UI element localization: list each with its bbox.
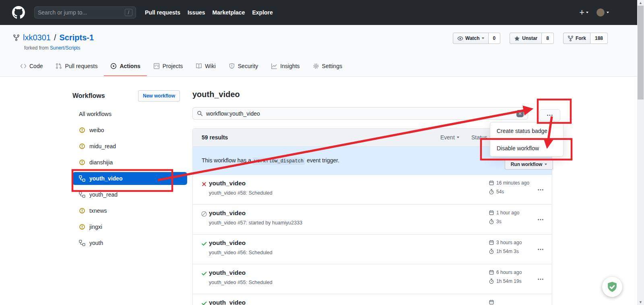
play-icon [110, 63, 117, 69]
calendar-icon [489, 240, 494, 245]
status-filter[interactable]: Status [471, 134, 492, 141]
chevron-down-icon [607, 12, 609, 13]
sidebar-item-midu-read[interactable]: midu_read [72, 138, 187, 154]
navbar-links: Pull requests Issues Marketplace Explore [145, 0, 273, 25]
project-icon [153, 63, 160, 69]
sidebar-item-youth-video[interactable]: youth_video [72, 172, 187, 185]
global-search-input[interactable] [38, 9, 125, 16]
scroll-down-arrow-icon[interactable]: ▼ [637, 299, 644, 305]
clear-search-button[interactable] [516, 110, 524, 117]
new-workflow-button[interactable]: New workflow [138, 90, 180, 102]
scrollbar[interactable]: ▲ ▼ [637, 0, 644, 305]
sidebar-item-youth-read[interactable]: youth_read [72, 187, 187, 203]
workflows-title: Workflows [72, 92, 105, 100]
sidebar-item-dianshijia[interactable]: dianshijia [72, 154, 187, 170]
run-row: youth_video youth_video #56: Scheduled 3… [193, 234, 552, 264]
github-logo-icon[interactable] [12, 6, 25, 19]
repo-forked-icon [13, 34, 20, 41]
shield-icon [229, 63, 235, 69]
tab-actions[interactable]: Actions [104, 57, 147, 76]
shield-check-icon [607, 281, 618, 293]
tab-insights[interactable]: Insights [264, 57, 306, 76]
run-title-link[interactable]: youth_video [209, 239, 246, 247]
eye-icon [457, 35, 463, 41]
run-title-link[interactable]: youth_video [209, 180, 246, 187]
run-options-button[interactable] [537, 276, 544, 284]
run-title-link[interactable]: youth_video [209, 210, 246, 217]
run-row: youth_video youth_video #58: Scheduled 1… [193, 174, 552, 204]
star-count[interactable]: 8 [542, 33, 554, 44]
nav-pull-requests[interactable]: Pull requests [145, 9, 180, 16]
run-title-link[interactable]: youth_video [209, 299, 246, 305]
run-title-link[interactable]: youth_video [209, 269, 246, 276]
run-subtitle: youth_video #58: Scheduled [209, 190, 272, 196]
repo-owner-link[interactable]: lxk0301 [23, 33, 51, 42]
run-options-button[interactable] [537, 187, 544, 195]
run-options-button[interactable] [537, 246, 544, 254]
gear-icon [313, 63, 319, 69]
navbar-right: + [579, 0, 609, 25]
tab-settings[interactable]: Settings [306, 57, 349, 76]
watch-button[interactable]: Watch [453, 33, 489, 44]
sidebar-item-youth[interactable]: youth [72, 235, 187, 251]
nav-explore[interactable]: Explore [252, 9, 272, 16]
create-new-menu[interactable]: + [579, 8, 588, 17]
watch-count[interactable]: 0 [489, 33, 501, 44]
workflow-icon [79, 240, 85, 246]
scrollbar-thumb[interactable] [638, 6, 644, 100]
fork-group: Fork 188 [563, 33, 608, 44]
sidebar-item-jingxi[interactable]: jingxi [72, 219, 187, 235]
results-count: 59 results [202, 134, 228, 141]
menu-item-disable-workflow[interactable]: Disable workflow [490, 139, 563, 156]
calendar-icon [489, 299, 494, 305]
alert-icon [79, 127, 85, 133]
x-failure-icon [201, 181, 207, 187]
run-subtitle: youth_video #56: Scheduled [209, 250, 272, 255]
workflow-list: All workflows weibo midu_read dianshijia… [72, 106, 187, 251]
fork-count[interactable]: 188 [590, 33, 608, 44]
tab-projects[interactable]: Projects [147, 57, 190, 76]
repo-name-link[interactable]: Scripts-1 [60, 33, 94, 42]
alert-icon [79, 224, 85, 230]
chevron-down-icon [482, 37, 484, 39]
code-icon [20, 63, 27, 69]
check-success-icon [201, 300, 207, 305]
workflow-icon [79, 175, 85, 182]
calendar-icon [489, 210, 494, 216]
calendar-icon [489, 270, 494, 275]
extension-badge[interactable] [602, 277, 622, 297]
avatar [597, 8, 605, 17]
runs-search [192, 107, 528, 120]
user-menu[interactable] [597, 8, 609, 17]
fork-button[interactable]: Fork [563, 33, 590, 44]
global-search[interactable]: / [34, 6, 136, 19]
runs-search-input[interactable] [206, 110, 516, 117]
run-options-button[interactable] [537, 216, 544, 224]
forked-from-link[interactable]: Sunert/Scripts [50, 45, 80, 51]
sidebar-item-all-workflows[interactable]: All workflows [72, 106, 187, 122]
repo-title: lxk0301 / Scripts-1 [13, 33, 94, 42]
run-row: youth_video youth_video #55: Scheduled 6… [193, 264, 552, 294]
sidebar-item-weibo[interactable]: weibo [72, 122, 187, 138]
plus-icon: + [579, 8, 584, 17]
alert-icon [79, 159, 85, 166]
run-workflow-button[interactable]: Run workflow [505, 159, 553, 170]
workflow-options-menu: Create status badge Disable workflow [490, 122, 564, 157]
event-filter[interactable]: Event [440, 134, 459, 141]
calendar-icon [489, 180, 494, 186]
unstar-button[interactable]: Unstar [510, 33, 542, 44]
check-success-icon [201, 241, 207, 247]
tab-code[interactable]: Code [14, 57, 49, 76]
menu-item-create-status-badge[interactable]: Create status badge [490, 122, 563, 139]
star-icon [514, 35, 520, 41]
banner-text: This workflow has a workflow_dispatch ev… [202, 157, 339, 164]
search-icon [197, 110, 203, 116]
tab-security[interactable]: Security [222, 57, 265, 76]
scroll-up-arrow-icon[interactable]: ▲ [637, 0, 644, 6]
nav-marketplace[interactable]: Marketplace [213, 9, 245, 16]
repo-action-buttons: Watch 0 Unstar 8 Fork 188 [453, 33, 608, 44]
tab-pull-requests[interactable]: Pull requests [49, 57, 104, 76]
tab-wiki[interactable]: Wiki [189, 57, 222, 76]
nav-issues[interactable]: Issues [188, 9, 205, 16]
sidebar-item-txnews[interactable]: txnews [72, 203, 187, 219]
